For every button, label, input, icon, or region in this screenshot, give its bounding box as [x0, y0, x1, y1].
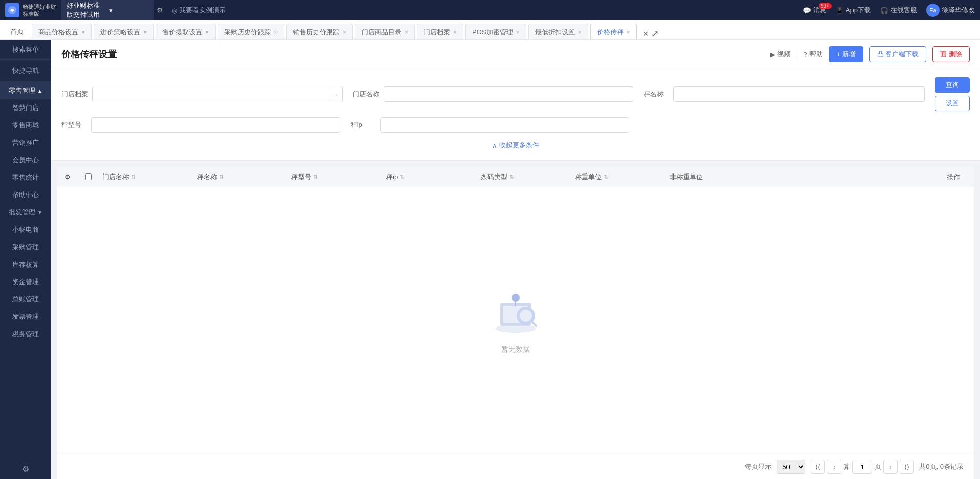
- scale-model-input[interactable]: [91, 117, 340, 133]
- user-menu[interactable]: Ea 徐泽华修改: [926, 4, 975, 17]
- select-all-checkbox[interactable]: [85, 173, 92, 180]
- tab-product-price[interactable]: 商品价格设置 ×: [32, 24, 92, 40]
- store-name-input[interactable]: [384, 86, 634, 102]
- th-gear[interactable]: ⚙: [57, 173, 78, 181]
- close-icon[interactable]: ×: [205, 29, 209, 36]
- table-body: 暂无数据: [57, 187, 974, 454]
- sort-icon[interactable]: ⇅: [219, 173, 224, 180]
- selector-text: 好业财标准版交付试用: [67, 1, 106, 19]
- tab-sales-history[interactable]: 销售历史价跟踪 ×: [286, 24, 353, 40]
- th-scale-name: 秤名称 ⇅: [193, 172, 288, 182]
- tab-sale-extract[interactable]: 售价提取设置 ×: [156, 24, 216, 40]
- close-icon[interactable]: ×: [143, 29, 147, 36]
- sidebar-item-tax[interactable]: 税务管理: [0, 325, 51, 343]
- th-operation: 操作: [933, 172, 974, 182]
- sidebar-item-retail-mall[interactable]: 零售商城: [0, 117, 51, 134]
- sidebar-item-quick-nav[interactable]: 快捷导航: [0, 62, 51, 79]
- sidebar-item-inventory[interactable]: 库存核算: [0, 256, 51, 273]
- tab-price-scale[interactable]: 价格传秤 ×: [590, 24, 637, 40]
- tab-purchase-history[interactable]: 采购历史价跟踪 ×: [218, 24, 284, 40]
- selector-gear-icon[interactable]: ⚙: [157, 6, 163, 14]
- page-title: 价格传秤设置: [61, 48, 117, 60]
- prev-page-button[interactable]: ‹: [827, 460, 841, 474]
- download-client-button[interactable]: 凸 客户端下载: [869, 46, 927, 62]
- tab-label: 门店档案: [423, 28, 450, 37]
- sort-icon[interactable]: ⇅: [604, 173, 608, 180]
- close-tab-button[interactable]: ×: [643, 29, 649, 39]
- query-button[interactable]: 查询: [935, 77, 970, 93]
- tab-store-catalog[interactable]: 门店商品目录 ×: [355, 24, 415, 40]
- online-service-button[interactable]: 🎧 在线客服: [880, 6, 917, 15]
- sidebar-settings-icon[interactable]: ⚙: [0, 464, 51, 474]
- sidebar-search[interactable]: 搜索菜单: [0, 40, 51, 60]
- avatar: Ea: [926, 4, 940, 17]
- sidebar-item-marketing[interactable]: 营销推广: [0, 134, 51, 151]
- first-page-button[interactable]: ⟨⟨: [811, 460, 825, 474]
- close-icon[interactable]: ×: [453, 29, 457, 36]
- sidebar-item-ledger[interactable]: 总账管理: [0, 291, 51, 308]
- per-page-label: 每页显示: [745, 462, 772, 471]
- setting-filter-button[interactable]: 设置: [935, 96, 970, 111]
- help-icon: ?: [803, 51, 807, 58]
- sidebar-item-invoice[interactable]: 发票管理: [0, 308, 51, 325]
- help-link[interactable]: ? 帮助: [803, 50, 822, 59]
- download-icon: 📱: [836, 7, 844, 14]
- video-link[interactable]: ▶ 视频: [770, 50, 791, 59]
- close-icon[interactable]: ×: [516, 29, 520, 36]
- svg-line-6: [531, 321, 536, 326]
- demo-link[interactable]: ◎ 我要看实例演示: [172, 6, 226, 15]
- sidebar-item-ecommerce[interactable]: 小畅电商: [0, 221, 51, 238]
- tab-label: 售价提取设置: [162, 28, 202, 37]
- page-number-input[interactable]: [852, 460, 872, 474]
- messages-badge: 99+: [819, 3, 832, 9]
- close-icon[interactable]: ×: [274, 29, 278, 36]
- tab-home[interactable]: 首页: [4, 24, 30, 40]
- sidebar-item-purchase[interactable]: 采购管理: [0, 238, 51, 256]
- table-gear-icon[interactable]: ⚙: [65, 173, 71, 181]
- last-page-button[interactable]: ⟩⟩: [900, 460, 914, 474]
- tab-min-discount[interactable]: 最低折扣设置 ×: [528, 24, 588, 40]
- close-icon[interactable]: ×: [343, 29, 346, 36]
- sidebar-item-help[interactable]: 帮助中心: [0, 186, 51, 204]
- sort-icon[interactable]: ⇅: [400, 173, 404, 180]
- store-file-more-icon[interactable]: ···: [328, 86, 342, 102]
- sort-icon[interactable]: ⇅: [131, 173, 136, 180]
- sort-icon[interactable]: ⇅: [509, 173, 514, 180]
- sidebar-item-membership[interactable]: 会员中心: [0, 151, 51, 169]
- next-page-button[interactable]: ›: [883, 460, 898, 474]
- tab-label: 价格传秤: [597, 28, 624, 37]
- tab-purchase-strategy[interactable]: 进价策略设置 ×: [94, 24, 154, 40]
- svg-point-5: [520, 310, 532, 322]
- sidebar-item-smart-store[interactable]: 智慧门店: [0, 99, 51, 117]
- sidebar-item-retail-stats[interactable]: 零售统计: [0, 169, 51, 186]
- version-selector[interactable]: 好业财标准版交付试用 ▾: [61, 0, 154, 21]
- scale-ip-label: 秤ip: [351, 120, 376, 129]
- scale-name-input[interactable]: [673, 86, 925, 102]
- messages-button[interactable]: 💬 消息 99+: [803, 6, 826, 15]
- tab-pos-security[interactable]: POS加密管理 ×: [465, 24, 526, 40]
- app-download-button[interactable]: 📱 App下载: [836, 6, 871, 15]
- add-button[interactable]: + 新增: [829, 46, 863, 62]
- close-icon[interactable]: ×: [627, 29, 630, 36]
- close-icon[interactable]: ×: [81, 29, 85, 36]
- sidebar-item-finance[interactable]: 资金管理: [0, 273, 51, 291]
- scale-name-filter: 秤名称: [644, 86, 925, 102]
- sidebar-item-retail[interactable]: 零售管理▲: [0, 82, 51, 99]
- sidebar-item-wholesale[interactable]: 批发管理▼: [0, 204, 51, 221]
- delete-button[interactable]: 面 删除: [932, 46, 970, 62]
- close-icon[interactable]: ×: [404, 29, 408, 36]
- sidebar: 搜索菜单 快捷导航 零售管理▲ 智慧门店 零售商城 营销推广 会员中心 零售统计…: [0, 40, 51, 479]
- th-label: 操作: [947, 172, 960, 182]
- th-checkbox[interactable]: [78, 173, 98, 180]
- tab-store-file[interactable]: 门店档案 ×: [417, 24, 463, 40]
- scale-ip-input[interactable]: [380, 117, 630, 133]
- per-page-select[interactable]: 50 10 20 100: [777, 460, 805, 474]
- nav-tabs-bar: 首页 商品价格设置 × 进价策略设置 × 售价提取设置 × 采购历史价跟踪 × …: [0, 20, 980, 40]
- sort-icon[interactable]: ⇅: [313, 173, 318, 180]
- store-file-input[interactable]: [93, 86, 328, 102]
- collapse-filter-button[interactable]: ∧ 收起更多条件: [61, 139, 970, 152]
- store-file-filter: 门店档案 ···: [61, 86, 343, 102]
- logo-text: 畅捷通好业财 标准版: [23, 3, 56, 18]
- close-icon[interactable]: ×: [578, 29, 582, 36]
- expand-tab-button[interactable]: ⤢: [651, 28, 659, 39]
